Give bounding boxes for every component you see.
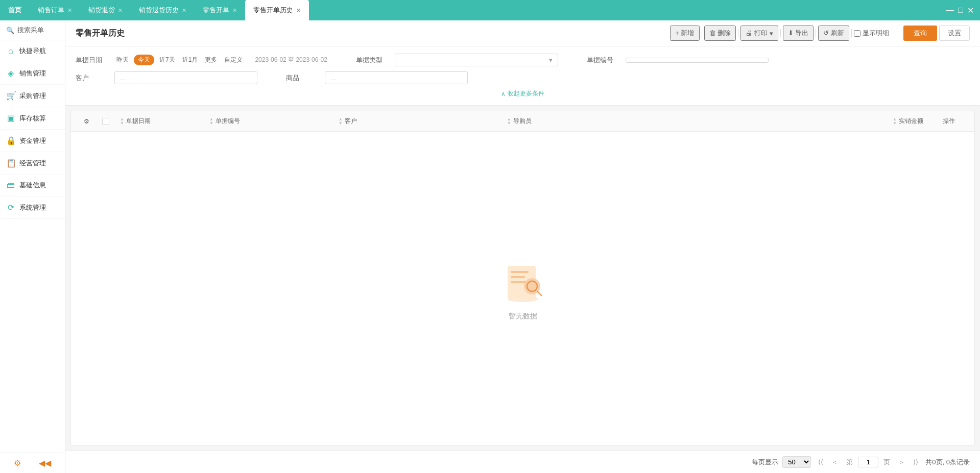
- goods-placeholder: ...: [330, 74, 336, 82]
- tab-bar: 首页 销售订单 ✕ 销货退货 ✕ 销货退货历史 ✕ 零售开单 ✕ 零售开单历史 …: [0, 0, 980, 20]
- refresh-button[interactable]: ↺ 刷新: [818, 26, 849, 41]
- tab-retail-order[interactable]: 零售开单 ✕: [195, 0, 245, 20]
- settings-button[interactable]: 设置: [939, 26, 970, 41]
- svg-rect-2: [511, 271, 529, 273]
- sidebar-item-management[interactable]: 📋 经营管理: [0, 152, 65, 175]
- last7-btn[interactable]: 近7天: [157, 55, 177, 65]
- svg-rect-3: [511, 276, 525, 278]
- order-no-input[interactable]: [626, 58, 769, 63]
- table-area: ⚙ ▲▼ 单据日期 ▲▼ 单据编号 ▲▼ 客户 ▲▼ 导: [70, 111, 975, 445]
- col-settings[interactable]: ⚙: [76, 118, 97, 125]
- col-amount-label: 实销金额: [899, 117, 923, 126]
- refresh-button-label: ↺ 刷新: [823, 29, 844, 38]
- tab-sales-order-close[interactable]: ✕: [67, 7, 72, 14]
- tab-sales-return-history-close[interactable]: ✕: [182, 7, 186, 14]
- print-button[interactable]: 🖨 打印 ▾: [740, 26, 778, 41]
- col-amount[interactable]: ▲▼ 实销金额: [839, 117, 928, 126]
- col-actions-label: 操作: [943, 117, 955, 126]
- empty-state: 暂无数据: [71, 132, 974, 445]
- minimize-btn[interactable]: —: [946, 6, 954, 15]
- col-order-no[interactable]: ▲▼ 单据编号: [204, 117, 333, 126]
- settings-gear-icon[interactable]: ⚙: [14, 458, 21, 468]
- tab-retail-order-label: 零售开单: [203, 6, 229, 15]
- customer-input[interactable]: ...: [114, 71, 257, 84]
- export-button[interactable]: ⬇ 导出: [783, 26, 814, 41]
- type-dropdown-icon: ▾: [549, 56, 553, 64]
- sidebar-item-system-label: 系统管理: [19, 203, 46, 212]
- display-detail-label: 显示明细: [863, 29, 889, 38]
- col-actions: 操作: [928, 117, 969, 126]
- collapse-button[interactable]: ∧ 收起更多条件: [76, 89, 970, 98]
- display-detail-checkbox[interactable]: [854, 30, 861, 37]
- page-size-select[interactable]: 50 20 100: [782, 456, 811, 468]
- sidebar-item-inventory[interactable]: ▣ 库存核算: [0, 107, 65, 130]
- new-button-label: + 新增: [675, 29, 694, 38]
- finance-icon: 🔒: [6, 136, 15, 145]
- new-button[interactable]: + 新增: [670, 26, 699, 41]
- tab-sales-return-history[interactable]: 销货退货历史 ✕: [131, 0, 195, 20]
- sidebar-item-inventory-label: 库存核算: [19, 114, 46, 123]
- delete-button[interactable]: 🗑 删除: [704, 26, 736, 41]
- sidebar-search-label: 搜索采单: [17, 26, 44, 35]
- custom-btn[interactable]: 自定义: [222, 55, 245, 65]
- sidebar-search[interactable]: 🔍 搜索采单: [0, 20, 65, 40]
- sidebar-item-quicknav-label: 快捷导航: [19, 46, 46, 56]
- type-select[interactable]: ▾: [395, 54, 558, 66]
- tab-sales-return[interactable]: 销货退货 ✕: [80, 0, 131, 20]
- col-date[interactable]: ▲▼ 单据日期: [115, 117, 204, 126]
- customer-placeholder: ...: [120, 74, 126, 82]
- col-customer[interactable]: ▲▼ 客户: [333, 117, 502, 126]
- collapse-label: 收起更多条件: [508, 89, 544, 98]
- content-area: 零售开单历史 + 新增 🗑 删除 🖨 打印 ▾ ⬇ 导出: [65, 20, 980, 473]
- page-label: 第: [843, 457, 856, 468]
- collapse-sidebar-icon[interactable]: ◀◀: [39, 458, 51, 468]
- tab-home[interactable]: 首页: [0, 0, 30, 20]
- close-btn[interactable]: ✕: [967, 6, 974, 15]
- tab-retail-order-close[interactable]: ✕: [232, 7, 237, 14]
- col-checkbox[interactable]: [97, 118, 115, 125]
- pagination: 每页显示 50 20 100 ⟨⟨ ＜ 第 页 ＞ ⟩⟩ 共0页, 0条记录: [65, 451, 980, 473]
- select-all-checkbox[interactable]: [102, 118, 109, 125]
- sidebar-item-finance[interactable]: 🔒 资金管理: [0, 130, 65, 152]
- tab-sales-return-close[interactable]: ✕: [118, 7, 123, 14]
- sidebar-item-sales[interactable]: ◈ 销售管理: [0, 62, 65, 85]
- sidebar-item-basicinfo-label: 基础信息: [19, 181, 46, 190]
- page-input[interactable]: [858, 457, 878, 467]
- sidebar-item-system[interactable]: ⟳ 系统管理: [0, 196, 65, 219]
- goods-input[interactable]: ...: [325, 71, 468, 84]
- home-icon: ⌂: [6, 46, 15, 56]
- order-no-label: 单据编号: [587, 56, 617, 65]
- yesterday-btn[interactable]: 昨天: [114, 55, 131, 65]
- empty-text: 暂无数据: [509, 312, 537, 321]
- sidebar-item-quicknav[interactable]: ⌂ 快捷导航: [0, 40, 65, 62]
- col-guide[interactable]: ▲▼ 导购员: [502, 117, 591, 126]
- type-filter-label: 单据类型: [356, 56, 387, 65]
- system-icon: ⟳: [6, 203, 15, 212]
- print-dropdown-icon: ▾: [770, 30, 773, 37]
- more-btn[interactable]: 更多: [203, 55, 219, 65]
- last-page-btn[interactable]: ⟩⟩: [910, 457, 921, 467]
- goods-filter-label: 商品: [286, 73, 317, 83]
- today-btn[interactable]: 今天: [134, 55, 154, 65]
- query-button[interactable]: 查询: [903, 26, 937, 41]
- tab-sales-order[interactable]: 销售订单 ✕: [30, 0, 80, 20]
- tab-retail-history[interactable]: 零售开单历史 ✕: [245, 0, 309, 20]
- next-page-btn[interactable]: ＞: [895, 457, 908, 468]
- first-page-btn[interactable]: ⟨⟨: [815, 457, 826, 467]
- sales-icon: ◈: [6, 68, 15, 78]
- prev-page-btn[interactable]: ＜: [828, 457, 841, 468]
- tab-retail-history-close[interactable]: ✕: [296, 7, 301, 14]
- sidebar-item-purchase[interactable]: 🛒 采购管理: [0, 85, 65, 107]
- collapse-icon: ∧: [501, 90, 506, 97]
- page-nav: ⟨⟨ ＜ 第 页 ＞ ⟩⟩: [815, 457, 921, 468]
- display-detail-toggle[interactable]: 显示明细: [854, 29, 889, 38]
- export-button-label: ⬇ 导出: [788, 29, 809, 38]
- svg-rect-4: [511, 281, 527, 283]
- sidebar-item-sales-label: 销售管理: [19, 69, 46, 78]
- last-month-btn[interactable]: 近1月: [180, 55, 200, 65]
- maximize-btn[interactable]: □: [958, 6, 963, 15]
- date-range-display: 2023-06-02 至 2023-06-02: [255, 56, 327, 64]
- basicinfo-icon: 🗃: [6, 181, 15, 190]
- sidebar-item-basic-info[interactable]: 🗃 基础信息: [0, 175, 65, 196]
- delete-button-label: 🗑 删除: [709, 29, 731, 38]
